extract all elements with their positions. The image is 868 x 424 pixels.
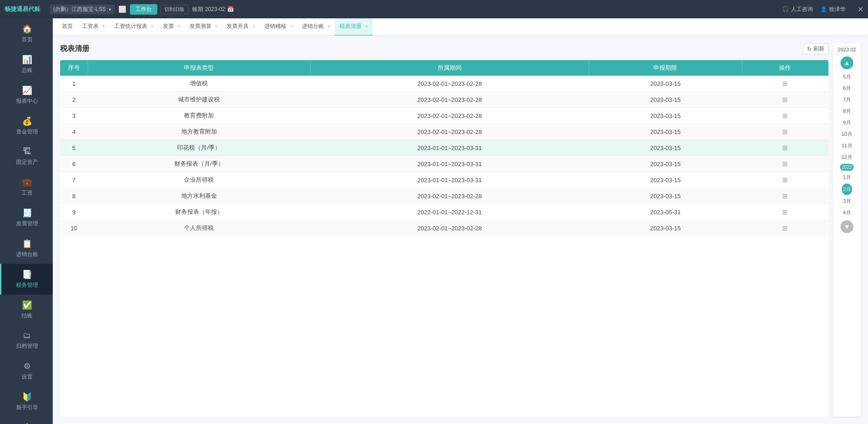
tab-sales-ledger[interactable]: 进销台账 × (297, 18, 335, 36)
date-nav-month-2-active[interactable]: 2月 (842, 184, 851, 195)
cell-action[interactable]: ⊞ (742, 172, 828, 188)
sidebar-item-archive[interactable]: 🗂 归档管理 (0, 325, 53, 356)
sidebar-item-sales[interactable]: 📋 进销台账 (0, 233, 53, 264)
sidebar-item-settings[interactable]: ⚙ 设置 (0, 356, 53, 386)
cell-deadline: 2023-03-15 (589, 156, 742, 172)
sidebar-item-home[interactable]: 🏠 首页 (0, 18, 53, 49)
cell-action[interactable]: ⊞ (742, 156, 828, 172)
refresh-button[interactable]: ↻ 刷新 (803, 43, 829, 55)
tab-close-icon[interactable]: × (102, 24, 105, 29)
headset-icon: 🎧 (782, 6, 789, 12)
action-icon[interactable]: ⊞ (782, 144, 788, 151)
calendar-icon[interactable]: 📅 (227, 6, 234, 12)
date-nav-month-3[interactable]: 3月 (833, 195, 861, 207)
company-selector[interactable]: (勿删）江西服宝-LSS ▾ (50, 5, 115, 14)
sidebar-item-assets[interactable]: 🏗 固定资产 (0, 141, 53, 172)
date-nav-month-4[interactable]: 4月 (833, 207, 861, 218)
action-icon[interactable]: ⊞ (782, 224, 788, 232)
cell-action[interactable]: ⊞ (742, 140, 828, 156)
cell-action[interactable]: ⊞ (742, 92, 828, 108)
guide-icon: 🔰 (22, 392, 32, 402)
cell-type: 财务报表（月/季） (88, 156, 310, 172)
workbench-button[interactable]: 工作台 (130, 4, 157, 15)
cell-action[interactable]: ⊞ (742, 220, 828, 236)
sidebar-item-ledger[interactable]: 📊 总账 (0, 49, 53, 80)
table-container: 序号 申报表类型 所属期间 申报期限 操作 1 增值税 2023-02-01~2… (60, 60, 829, 417)
date-nav-month-10[interactable]: 10月 (833, 128, 861, 140)
sidebar-item-capital[interactable]: 💰 资金管理 (0, 111, 53, 141)
sidebar-item-settlement[interactable]: ✅ 结账 (0, 295, 53, 325)
date-nav-month-8[interactable]: 8月 (833, 106, 861, 117)
cell-action[interactable]: ⊞ (742, 108, 828, 124)
cell-period: 2023-02-01~2023-02-28 (310, 76, 589, 92)
date-nav-month-6[interactable]: 6月 (833, 83, 861, 94)
sales-icon: 📋 (22, 239, 32, 249)
action-icon[interactable]: ⊞ (782, 176, 788, 184)
tab-tax-clear[interactable]: 税表清册 × (335, 18, 373, 36)
settings-icon: ⚙ (23, 361, 31, 371)
action-icon[interactable]: ⊞ (782, 80, 788, 87)
col-no: 序号 (60, 60, 88, 76)
tab-home[interactable]: 首页 (57, 18, 78, 36)
close-button[interactable]: ✕ (857, 5, 863, 14)
tab-salary[interactable]: 工资表 × (78, 18, 110, 36)
tab-close-icon[interactable]: × (365, 24, 368, 29)
cell-deadline: 2023-03-15 (589, 76, 742, 92)
date-nav-month-7[interactable]: 7月 (833, 94, 861, 106)
tab-close-icon[interactable]: × (328, 24, 330, 29)
date-nav-month-12[interactable]: 12月 (833, 151, 861, 163)
action-icon[interactable]: ⊞ (782, 96, 788, 103)
app-logo: 畅捷通易代账 (5, 5, 40, 13)
date-nav-down-button[interactable]: ▼ (840, 220, 853, 233)
sidebar-item-tax[interactable]: 📑 税务管理 (0, 264, 53, 295)
human-consult-button[interactable]: 🎧 人工咨询 (782, 6, 813, 13)
tab-close-icon[interactable]: × (290, 24, 293, 29)
tab-bar: 首页 工资表 × 工资统计报表 × 发票 × 发票测算 × 发票开具 × (53, 18, 868, 36)
sidebar-item-report[interactable]: 📈 报表中心 (0, 80, 53, 111)
tab-close-icon[interactable]: × (215, 24, 218, 29)
date-nav-month-9[interactable]: 9月 (833, 117, 861, 128)
user-menu[interactable]: 👤 徐泽华 (820, 6, 846, 13)
cell-action[interactable]: ⊞ (742, 204, 828, 220)
cell-period: 2023-01-01~2023-03-31 (310, 140, 589, 156)
sidebar-item-vip[interactable]: ⭐ 畅会员 (0, 417, 53, 424)
tab-salary-report[interactable]: 工资统计报表 × (110, 18, 158, 36)
sidebar-item-salary[interactable]: 💼 工资 (0, 172, 53, 202)
sidebar-item-guide[interactable]: 🔰 新手引导 (0, 386, 53, 417)
date-nav-month-11[interactable]: 11月 (833, 140, 861, 151)
cell-no: 7 (60, 172, 88, 188)
tab-close-icon[interactable]: × (178, 24, 180, 29)
invoice-icon: 🧾 (22, 208, 32, 218)
date-nav-month-1[interactable]: 1月 (833, 172, 861, 183)
capital-icon: 💰 (22, 116, 32, 126)
tab-sales-audit[interactable]: 进销稽核 × (260, 18, 297, 36)
tab-label: 发票 (163, 22, 174, 30)
date-nav-up-button[interactable]: ▲ (840, 56, 853, 69)
sidebar-item-invoice[interactable]: 🧾 发票管理 (0, 202, 53, 233)
action-icon[interactable]: ⊞ (782, 112, 788, 119)
switch-version-button[interactable]: 切到旧版 (160, 5, 189, 14)
tab-invoice[interactable]: 发票 × (158, 18, 185, 36)
page-title: 税表清册 (60, 44, 89, 54)
cell-action[interactable]: ⊞ (742, 188, 828, 204)
cell-action[interactable]: ⊞ (742, 124, 828, 140)
col-period: 所属期间 (310, 60, 589, 76)
page-header: 税表清册 ↻ 刷新 (60, 43, 829, 55)
action-icon[interactable]: ⊞ (782, 208, 788, 216)
cell-action[interactable]: ⊞ (742, 76, 828, 92)
date-nav: 2023.02 ▲ 5月 6月 7月 8月 9月 10月 11月 12月 202… (833, 43, 861, 417)
tab-label: 工资表 (82, 22, 99, 30)
content-area: 首页 工资表 × 工资统计报表 × 发票 × 发票测算 × 发票开具 × (53, 18, 868, 424)
action-icon[interactable]: ⊞ (782, 160, 788, 167)
cell-period: 2023-01-01~2023-03-31 (310, 172, 589, 188)
tab-invoice-open[interactable]: 发票开具 × (222, 18, 260, 36)
date-nav-month-5[interactable]: 5月 (833, 71, 861, 83)
tab-close-icon[interactable]: × (252, 24, 255, 29)
action-icon[interactable]: ⊞ (782, 192, 788, 200)
col-deadline: 申报期限 (589, 60, 742, 76)
action-icon[interactable]: ⊞ (782, 128, 788, 135)
company-copy-icon[interactable]: ⬜ (118, 6, 126, 13)
date-nav-year-badge[interactable]: 2023 (840, 164, 854, 171)
tab-close-icon[interactable]: × (151, 24, 154, 29)
tab-invoice-verify[interactable]: 发票测算 × (185, 18, 223, 36)
